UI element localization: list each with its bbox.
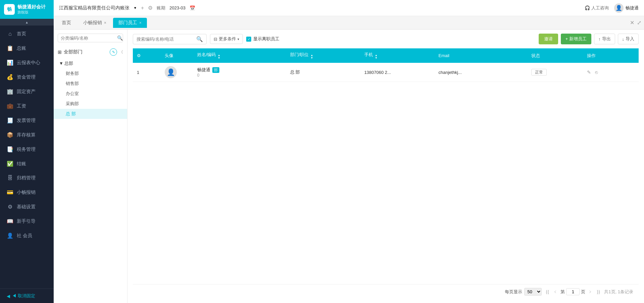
calendar-icon[interactable]: 📅 (190, 5, 195, 11)
per-page-select[interactable]: 50 10 20 100 (524, 288, 542, 296)
sidebar-item-inventory[interactable]: 📦 库存核算 (0, 128, 54, 142)
avatar-person-icon: 👤 (167, 68, 175, 76)
filter-button[interactable]: ⊟ 更多条件 ▾ (210, 34, 243, 44)
user-avatar: 👤 (614, 3, 624, 13)
tab-employees[interactable]: 部门员工 × (113, 18, 147, 28)
prev-page-button[interactable]: ﹤ (552, 288, 559, 296)
tab-expense[interactable]: 小畅报销 × (78, 18, 112, 28)
sidebar-item-label: 结账 (17, 161, 26, 167)
employee-search-input[interactable] (137, 37, 194, 42)
employee-search-bar[interactable]: 🔍 (133, 34, 207, 44)
sidebar-item-tax[interactable]: 📑 税务管理 (0, 142, 54, 157)
col-header-email: Email (434, 48, 527, 63)
import-icon: ↓ (622, 37, 625, 42)
content-area: 🔍 ⊞ 全部部门 ✎ 《 ▼ 总部 财务部 销售部 办公室 采购部 总 部 (54, 30, 644, 303)
dept-item-office[interactable]: 办公室 (54, 89, 127, 99)
app-sub: 旗舰版 (17, 10, 46, 15)
export-label: 导出 (602, 36, 611, 42)
dept-search-input[interactable] (61, 36, 117, 41)
tax-icon: 📑 (7, 146, 13, 153)
sidebar-item-member[interactable]: 👤 社 会员 (0, 228, 54, 243)
tab-home[interactable]: 首页 (56, 18, 76, 28)
tab-employees-close-icon[interactable]: × (139, 20, 142, 25)
sidebar-item-label: 新手引导 (17, 218, 36, 224)
employee-name: 畅捷通 (197, 67, 210, 73)
export-icon: ↑ (598, 37, 601, 42)
sidebar-item-expense[interactable]: 💳 小畅报销 (0, 185, 54, 200)
dept-edit-button[interactable]: ✎ (110, 48, 117, 56)
first-page-button[interactable]: ⟨⟨ (544, 289, 550, 295)
show-resigned-toggle[interactable]: ✓ 显示离职员工 (246, 36, 279, 42)
assets-icon: 🏢 (7, 88, 13, 95)
tab-expense-label: 小畅报销 (83, 20, 102, 26)
col-header-name[interactable]: 姓名/编码 ▲▼ (193, 48, 286, 63)
sidebar-item-ledger[interactable]: 📋 总账 (0, 41, 54, 55)
sidebar-item-finance[interactable]: 💰 资金管理 (0, 70, 54, 84)
invoice-icon: 🧾 (7, 117, 13, 124)
sidebar-item-invoice[interactable]: 🧾 发票管理 (0, 113, 54, 128)
sidebar-item-label: 基础设置 (17, 204, 36, 210)
tab-close-button[interactable]: ✕ (630, 19, 634, 26)
dept-search-box[interactable]: 🔍 (58, 34, 123, 42)
show-resigned-checkbox[interactable]: ✓ (246, 37, 251, 42)
employee-search-icon[interactable]: 🔍 (196, 36, 203, 42)
all-dept-header[interactable]: ⊞ 全部部门 ✎ 《 (54, 46, 127, 58)
collapse-icon[interactable]: 《 (119, 49, 123, 55)
dept-search-icon[interactable]: 🔍 (117, 35, 123, 41)
dept-tree: ▼ 总部 财务部 销售部 办公室 采购部 总 部 (54, 58, 127, 119)
page-input[interactable] (566, 288, 580, 295)
add-company-button[interactable]: + (141, 5, 144, 11)
add-employee-button[interactable]: + 新增员工 (561, 34, 591, 44)
sidebar-item-settings[interactable]: ⚙ 基础设置 (0, 200, 54, 214)
dept-item-finance[interactable]: 财务部 (54, 69, 127, 79)
user-info[interactable]: 👤 畅捷通 (614, 3, 639, 13)
company-dropdown-icon[interactable]: ▼ (133, 6, 137, 10)
col-header-settings[interactable]: ⚙ (133, 48, 161, 63)
close-icon: ✅ (7, 161, 13, 167)
sidebar-item-reports[interactable]: 📊 云报表中心 (0, 55, 54, 70)
dept-parent-root[interactable]: ▼ 总部 (54, 58, 127, 69)
sidebar-item-label: 社 会员 (17, 233, 32, 239)
sidebar-item-assets[interactable]: 🏢 固定资产 (0, 84, 54, 99)
pagination-bar: 每页显示 50 10 20 100 ⟨⟨ ﹤ 第 页 ﹥ ⟩⟩ (133, 284, 639, 299)
pin-icon: ◀ (7, 294, 10, 299)
col-header-phone[interactable]: 手机 ▲▼ (360, 48, 434, 63)
sort-icon-dept: ▲▼ (311, 54, 313, 59)
dept-item-sales[interactable]: 销售部 (54, 79, 127, 89)
last-page-button[interactable]: ⟩⟩ (595, 289, 601, 295)
logout-action-icon[interactable]: ⎋ (595, 70, 598, 75)
settings-button[interactable]: ⚙ (148, 5, 153, 11)
sort-icon-name: ▲▼ (218, 54, 220, 59)
row-name: 畅捷通 部 0 (193, 63, 286, 82)
employee-avatar: 👤 (165, 66, 177, 78)
tab-employees-label: 部门员工 (118, 20, 137, 26)
page-navigation: ⟨⟨ ﹤ 第 页 ﹥ ⟩⟩ (544, 288, 601, 296)
support-button[interactable]: 🎧 人工咨询 (585, 5, 609, 11)
col-header-dept[interactable]: 部门/职位 ▲▼ (286, 48, 360, 63)
per-page-selector: 每页显示 50 10 20 100 (505, 288, 542, 296)
dept-item-general[interactable]: 总 部 (54, 109, 127, 119)
sidebar-item-salary[interactable]: 💼 工资 (0, 99, 54, 113)
sidebar-item-label: 总账 (17, 45, 26, 51)
sidebar-item-close[interactable]: ✅ 结账 (0, 157, 54, 171)
cancel-pin-button[interactable]: ◀ ◀ 取消固定 (0, 289, 54, 303)
archive-icon: 🗄 (7, 175, 13, 181)
import-button[interactable]: ↓ 导入 (618, 34, 639, 44)
sidebar-item-label: 工资 (17, 103, 26, 109)
sidebar-scroll-up[interactable]: ▲ (0, 19, 54, 26)
sidebar-item-archive[interactable]: 🗄 归档管理 (0, 171, 54, 185)
ledger-icon: 📋 (7, 45, 13, 51)
edit-action-icon[interactable]: ✎ (587, 70, 591, 75)
sidebar-item-guide[interactable]: 📖 新手引导 (0, 214, 54, 228)
tab-home-label: 首页 (62, 20, 71, 26)
invite-button[interactable]: 邀请 (539, 34, 558, 44)
department-panel: 🔍 ⊞ 全部部门 ✎ 《 ▼ 总部 财务部 销售部 办公室 采购部 总 部 (54, 30, 127, 303)
tab-expense-close-icon[interactable]: × (104, 20, 106, 25)
tab-maximize-button[interactable]: ⤢ (637, 19, 641, 26)
sidebar-item-home[interactable]: ⌂ 首页 (0, 27, 54, 41)
company-name[interactable]: 江西服宝精品有限责任公司内账张 (59, 5, 129, 11)
employee-dept-badge: 部 (212, 67, 219, 73)
export-button[interactable]: ↑ 导出 (594, 34, 615, 44)
next-page-button[interactable]: ﹥ (587, 288, 594, 296)
dept-item-purchase[interactable]: 采购部 (54, 99, 127, 109)
